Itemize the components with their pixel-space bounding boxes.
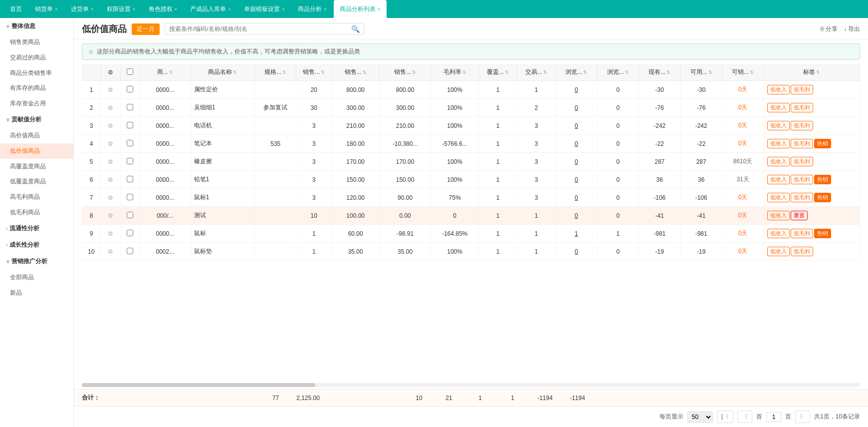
nav-tab-purchase[interactable]: 进货单 × [65,0,100,18]
per-page-select[interactable]: 50 100 200 [687,412,713,423]
col-trade-header[interactable]: 交易...⇅ [517,64,556,81]
select-all-checkbox[interactable] [127,68,133,75]
close-icon[interactable]: × [91,6,94,12]
row-setting[interactable]: ⚙ [101,135,121,153]
sidebar-section-contribution[interactable]: ∨ 贡献值分析 [0,111,73,128]
row-spec [255,189,296,207]
next-page-button[interactable]: 〉 [795,411,810,423]
col-tag-header[interactable]: 标签⇅ [764,64,860,81]
close-icon[interactable]: × [378,6,381,12]
nav-tab-product[interactable]: 产成品入库单 × [184,0,237,18]
col-setting-header[interactable]: ⚙ [101,64,121,81]
row-check[interactable] [120,243,140,261]
sidebar-section-marketing[interactable]: ∨ 营销推广分析 [0,253,73,270]
nav-tab-sales[interactable]: 销货单 × [29,0,64,18]
sidebar-item-sales-goods[interactable]: 销售类商品 [0,34,73,50]
close-icon[interactable]: × [55,6,58,12]
sidebar-item-high-margin[interactable]: 高毛利商品 [0,189,73,205]
col-gross-header[interactable]: 毛利率⇅ [431,64,478,81]
close-icon[interactable]: × [175,6,178,12]
col-sale-avg-header[interactable]: 销售...⇅ [380,64,431,81]
nav-tab-perm[interactable]: 权限设置 × [101,0,142,18]
sidebar-section-overview[interactable]: ∨ 整体信息 [0,18,73,34]
row-check[interactable] [120,117,140,135]
row-browse1[interactable]: 0 [556,135,597,153]
row-browse1[interactable]: 0 [556,99,597,117]
col-sale-qty-header[interactable]: 销售...⇅ [296,64,332,81]
sidebar-item-new-goods[interactable]: 新品 [0,285,73,301]
row-setting[interactable]: ⚙ [101,153,121,171]
nav-tab-template[interactable]: 单据模板设置 × [238,0,291,18]
first-page-button[interactable]: |〈 [717,411,733,423]
row-check[interactable] [120,135,140,153]
sidebar-section-growth[interactable]: › 成长性分析 [0,237,73,253]
row-browse1[interactable]: 0 [556,171,597,189]
row-setting[interactable]: ⚙ [101,207,121,225]
scrollbar-thumb[interactable] [82,383,315,387]
col-avail-header[interactable]: 可用...⇅ [680,64,722,81]
row-browse1[interactable]: 0 [556,117,597,135]
col-sell-header[interactable]: 可销...⇅ [722,64,763,81]
row-setting[interactable]: ⚙ [101,99,121,117]
col-spec-header[interactable]: 规格...⇅ [255,64,296,81]
row-avail: -76 [680,99,722,117]
close-icon[interactable]: × [324,6,327,12]
close-icon[interactable]: × [282,6,285,12]
row-check[interactable] [120,171,140,189]
table-wrapper[interactable]: ⚙ 商...⇅ 商品名称⇅ 规格...⇅ 销售...⇅ 销售...⇅ 销售...… [74,64,868,383]
prev-page-button[interactable]: 〈 [737,411,752,423]
row-stock: 287 [639,153,680,171]
row-check[interactable] [120,153,140,171]
footer-empty1 [110,395,125,402]
col-browse1-header[interactable]: 浏览...⇅ [556,64,597,81]
row-setting[interactable]: ⚙ [101,243,121,261]
row-check[interactable] [120,81,140,99]
col-name-header[interactable]: 商品名称⇅ [191,64,254,81]
footer-sale-avg [327,395,367,402]
row-browse1[interactable]: 0 [556,189,597,207]
filter-button[interactable]: 近一月 [132,23,160,35]
share-button[interactable]: ⎘ 分享 [821,25,838,33]
sidebar-item-stock-goods[interactable]: 有库存的商品 [0,80,73,96]
scrollbar-track[interactable] [82,383,860,387]
row-browse1[interactable]: 0 [556,153,597,171]
sidebar-item-low-value[interactable]: 低价值商品 [0,143,73,159]
export-button[interactable]: ↓ 导出 [844,25,860,33]
sidebar-item-low-coverage[interactable]: 低覆盖度商品 [0,174,73,189]
row-setting[interactable]: ⚙ [101,171,121,189]
sidebar-item-stock-capital[interactable]: 库存资金占用 [0,96,73,111]
row-browse1[interactable]: 0 [556,243,597,261]
row-browse1[interactable]: 0 [556,81,597,99]
row-browse1[interactable]: 0 [556,207,597,225]
sidebar-item-category-rate[interactable]: 商品分类销售率 [0,65,73,81]
col-stock-header[interactable]: 现有...⇅ [639,64,680,81]
row-setting[interactable]: ⚙ [101,189,121,207]
col-code-header[interactable]: 商...⇅ [140,64,191,81]
col-sale-amt-header[interactable]: 销售...⇅ [332,64,380,81]
sidebar-item-high-value[interactable]: 高价值商品 [0,128,73,143]
sidebar-item-all-goods[interactable]: 全部商品 [0,270,73,285]
close-icon[interactable]: × [133,6,136,12]
col-browse2-header[interactable]: 浏览...⇅ [597,64,639,81]
close-icon[interactable]: × [228,6,231,12]
nav-tab-home[interactable]: 首页 [4,0,28,18]
row-setting[interactable]: ⚙ [101,117,121,135]
nav-tab-role[interactable]: 角色授权 × [143,0,184,18]
row-check[interactable] [120,189,140,207]
row-check[interactable] [120,225,140,243]
nav-tab-analysis[interactable]: 商品分析 × [292,0,333,18]
search-icon[interactable]: 🔍 [351,25,360,33]
nav-tab-analysis-list[interactable]: 商品分析列表 × [334,0,387,18]
row-check[interactable] [120,99,140,117]
sidebar-item-traded-goods[interactable]: 交易过的商品 [0,50,73,65]
sidebar-item-low-margin[interactable]: 低毛利商品 [0,205,73,220]
row-setting[interactable]: ⚙ [101,225,121,243]
sidebar-section-flow[interactable]: › 流通性分析 [0,220,73,237]
col-check-header[interactable] [120,64,140,81]
row-setting[interactable]: ⚙ [101,81,121,99]
col-cover-header[interactable]: 覆盖...⇅ [479,64,517,81]
row-check[interactable] [120,207,140,225]
row-browse1[interactable]: 1 [556,225,597,243]
search-input[interactable] [169,25,349,32]
sidebar-item-high-coverage[interactable]: 高覆盖度商品 [0,159,73,174]
